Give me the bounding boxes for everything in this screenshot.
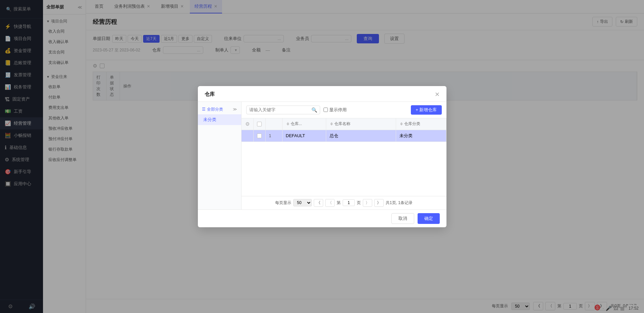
dialog-select-all[interactable] — [257, 122, 262, 126]
dialog-page-suffix: 页 — [357, 200, 361, 206]
dialog-td-name-1: 总仓 — [326, 130, 396, 142]
confirm-button[interactable]: 确定 — [418, 213, 440, 224]
dialog-header: 仓库 ✕ — [198, 86, 446, 102]
dialog-td-code-1: DEFAULT — [283, 130, 326, 142]
dialog-search-box[interactable]: 🔍 — [246, 106, 320, 114]
add-warehouse-button[interactable]: + 新增仓库 — [411, 105, 441, 115]
cancel-button[interactable]: 取消 — [391, 213, 414, 224]
dialog-right-panel: 🔍 显示停用 + 新增仓库 ⚙ — [242, 102, 446, 209]
dialog-first-page[interactable]: 《 — [314, 199, 323, 207]
dialog-th-gear-icon[interactable]: ⚙ — [245, 121, 250, 127]
dialog-table-row[interactable]: 1 DEFAULT 总仓 未分类 — [242, 130, 446, 142]
dialog-table: ⚙ 仓库... 仓库名称 — [242, 118, 446, 196]
show-disabled-checkbox[interactable] — [324, 108, 328, 112]
dialog-td-check-1[interactable] — [254, 130, 266, 142]
warehouse-dialog: 仓库 ✕ ☰ 全部分类 ≫ 未分类 🔍 — [198, 86, 446, 227]
modal-overlay[interactable]: 仓库 ✕ ☰ 全部分类 ≫ 未分类 🔍 — [0, 0, 644, 313]
add-warehouse-label: + 新增仓库 — [416, 107, 437, 113]
dialog-last-page[interactable]: 》 — [374, 199, 384, 207]
dialog-total-records: 共1页, 1条记录 — [386, 200, 413, 206]
dialog-prev-page[interactable]: 〈 — [325, 199, 335, 207]
dialog-all-category[interactable]: ☰ 全部分类 ≫ — [198, 105, 241, 114]
dialog-page-input[interactable] — [343, 199, 355, 206]
dialog-td-no-1: 1 — [266, 130, 283, 142]
dialog-th-no — [266, 118, 283, 130]
dialog-search-input[interactable] — [249, 107, 311, 112]
dialog-th-category: 仓库分类 — [396, 118, 446, 130]
dialog-per-page-select[interactable]: 50 100 — [293, 199, 312, 206]
dialog-th-check[interactable] — [254, 118, 266, 130]
dialog-td-category-1: 未分类 — [396, 130, 446, 142]
dialog-next-page[interactable]: 〉 — [363, 199, 372, 207]
dialog-left-uncategorized[interactable]: 未分类 — [198, 114, 241, 125]
dialog-left-scroll — [198, 125, 241, 207]
dialog-th-cat-label: 仓库分类 — [404, 121, 420, 127]
show-disabled-text: 显示停用 — [329, 107, 347, 113]
all-category-icon: ☰ — [202, 107, 206, 112]
dialog-row-checkbox-1[interactable] — [257, 133, 262, 138]
show-disabled-label[interactable]: 显示停用 — [324, 107, 347, 113]
dialog-th-code: 仓库... — [283, 118, 326, 130]
dialog-th-name-label: 仓库名称 — [334, 121, 350, 127]
dialog-search-icon: 🔍 — [311, 107, 317, 113]
dialog-per-page-label: 每页显示 — [275, 200, 291, 206]
dialog-td-settings-1 — [242, 130, 254, 142]
dialog-title: 仓库 — [205, 91, 435, 97]
dialog-close-button[interactable]: ✕ — [435, 91, 440, 98]
dialog-th-code-label: 仓库... — [291, 121, 302, 127]
dialog-body: ☰ 全部分类 ≫ 未分类 🔍 显示停用 — [198, 102, 446, 209]
dialog-table-header: ⚙ 仓库... 仓库名称 — [242, 118, 446, 130]
dialog-th-settings[interactable]: ⚙ — [242, 118, 254, 130]
dialog-footer: 取消 确定 — [198, 209, 446, 227]
dialog-left-toggle-icon[interactable]: ≫ — [233, 107, 237, 112]
dialog-toolbar: 🔍 显示停用 + 新增仓库 — [242, 102, 446, 118]
dialog-th-name: 仓库名称 — [326, 118, 396, 130]
dialog-left-panel: ☰ 全部分类 ≫ 未分类 — [198, 102, 242, 209]
all-category-label: 全部分类 — [207, 107, 223, 112]
dialog-page-prefix: 第 — [337, 200, 341, 206]
dialog-pagination: 每页显示 50 100 《 〈 第 页 〉 》 共1页, 1条记录 — [242, 196, 446, 209]
